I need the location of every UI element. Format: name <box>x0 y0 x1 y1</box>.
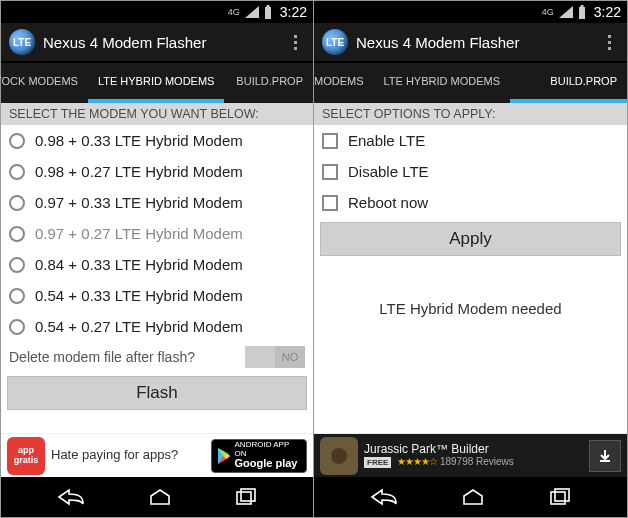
download-button[interactable] <box>589 440 621 472</box>
tab-build-prop[interactable]: BUILD.PROP <box>224 63 313 103</box>
modem-option[interactable]: 0.98 + 0.27 LTE Hybrid Modem <box>1 156 313 187</box>
radio-icon <box>9 319 25 335</box>
delete-after-flash-row: Delete modem file after flash? NO <box>1 342 313 372</box>
tab-stock-modems[interactable]: TOCK MODEMS <box>0 63 88 103</box>
modem-option[interactable]: 0.97 + 0.33 LTE Hybrid Modem <box>1 187 313 218</box>
star-rating-icon: ★★★★☆ <box>397 456 437 467</box>
tab-lte-hybrid-modems[interactable]: LTE HYBRID MODEMS <box>88 63 225 103</box>
ad-banner[interactable]: app gratis Hate paying for apps? ANDROID… <box>1 433 313 477</box>
delete-toggle[interactable]: NO <box>245 346 305 368</box>
radio-icon <box>9 226 25 242</box>
status-bar: 4G 3:22 <box>314 1 627 23</box>
checkbox-icon <box>322 133 338 149</box>
battery-icon <box>264 5 272 19</box>
apply-button[interactable]: Apply <box>320 222 621 256</box>
content-area: SELECT OPTIONS TO APPLY: Enable LTE Disa… <box>314 103 627 477</box>
recents-button[interactable] <box>235 488 257 506</box>
home-button[interactable] <box>148 488 172 506</box>
content-area: SELECT THE MODEM YOU WANT BELOW: 0.98 + … <box>1 103 313 477</box>
checkbox-icon <box>322 195 338 211</box>
google-play-badge[interactable]: ANDROID APP ONGoogle play <box>211 439 307 473</box>
free-badge: FREE <box>364 457 391 468</box>
clock: 3:22 <box>594 4 621 20</box>
modem-option[interactable]: 0.54 + 0.27 LTE Hybrid Modem <box>1 311 313 342</box>
section-header: SELECT THE MODEM YOU WANT BELOW: <box>1 103 313 125</box>
nav-bar <box>314 477 627 517</box>
phone-left: 4G 3:22 LTE Nexus 4 Modem Flasher TOCK M… <box>1 1 314 517</box>
svg-rect-14 <box>551 492 565 504</box>
delete-label: Delete modem file after flash? <box>9 349 195 365</box>
back-button[interactable] <box>370 488 398 506</box>
play-icon <box>217 448 231 464</box>
modem-label: 0.97 + 0.33 LTE Hybrid Modem <box>35 194 243 211</box>
toggle-value: NO <box>275 346 305 368</box>
svg-rect-2 <box>266 5 269 7</box>
status-bar: 4G 3:22 <box>1 1 313 23</box>
play-badge-text: ANDROID APP ONGoogle play <box>235 441 301 469</box>
ad-icon: app gratis <box>7 437 45 475</box>
modem-label: 0.98 + 0.27 LTE Hybrid Modem <box>35 163 243 180</box>
svg-point-13 <box>331 448 347 464</box>
nav-bar <box>1 477 313 517</box>
svg-rect-15 <box>555 489 569 501</box>
modem-option[interactable]: 0.98 + 0.33 LTE Hybrid Modem <box>1 125 313 156</box>
tab-bar: TOCK MODEMS LTE HYBRID MODEMS BUILD.PROP <box>1 63 313 103</box>
radio-icon <box>9 195 25 211</box>
signal-icon <box>559 6 573 18</box>
modem-label: 0.98 + 0.33 LTE Hybrid Modem <box>35 132 243 149</box>
option-reboot-now[interactable]: Reboot now <box>314 187 627 218</box>
download-icon <box>597 448 613 464</box>
svg-rect-1 <box>265 7 271 19</box>
app-icon: LTE <box>322 29 348 55</box>
radio-icon <box>9 288 25 304</box>
svg-rect-7 <box>237 492 251 504</box>
ad-text: Jurassic Park™ Builder FREE ★★★★☆ 189798… <box>364 443 583 469</box>
phone-right: 4G 3:22 LTE Nexus 4 Modem Flasher MODEMS… <box>314 1 627 517</box>
recents-button[interactable] <box>549 488 571 506</box>
app-icon: LTE <box>9 29 35 55</box>
signal-icon <box>245 6 259 18</box>
tab-lte-hybrid-modems[interactable]: LTE HYBRID MODEMS <box>374 63 511 103</box>
checkbox-icon <box>322 164 338 180</box>
ad-banner[interactable]: Jurassic Park™ Builder FREE ★★★★☆ 189798… <box>314 433 627 477</box>
radio-icon <box>9 257 25 273</box>
modem-label: 0.54 + 0.33 LTE Hybrid Modem <box>35 287 243 304</box>
svg-rect-8 <box>241 489 255 501</box>
svg-rect-10 <box>579 7 585 19</box>
overflow-menu-icon[interactable] <box>285 31 305 54</box>
option-disable-lte[interactable]: Disable LTE <box>314 156 627 187</box>
app-title: Nexus 4 Modem Flasher <box>356 34 599 51</box>
option-label: Enable LTE <box>348 132 425 149</box>
app-title: Nexus 4 Modem Flasher <box>43 34 285 51</box>
radio-icon <box>9 164 25 180</box>
ad-title: Jurassic Park™ Builder <box>364 443 583 457</box>
clock: 3:22 <box>280 4 307 20</box>
action-bar: LTE Nexus 4 Modem Flasher <box>1 23 313 63</box>
tab-modems[interactable]: MODEMS <box>304 63 374 103</box>
back-button[interactable] <box>57 488 85 506</box>
option-label: Reboot now <box>348 194 428 211</box>
svg-marker-0 <box>245 6 259 18</box>
network-label: 4G <box>228 7 240 17</box>
tab-bar: MODEMS LTE HYBRID MODEMS BUILD.PROP <box>314 63 627 103</box>
modem-option[interactable]: 0.97 + 0.27 LTE Hybrid Modem <box>1 218 313 249</box>
modem-label: 0.54 + 0.27 LTE Hybrid Modem <box>35 318 243 335</box>
review-count: 189798 Reviews <box>440 456 514 467</box>
modem-option[interactable]: 0.84 + 0.33 LTE Hybrid Modem <box>1 249 313 280</box>
flash-button[interactable]: Flash <box>7 376 307 410</box>
option-enable-lte[interactable]: Enable LTE <box>314 125 627 156</box>
modem-label: 0.97 + 0.27 LTE Hybrid Modem <box>35 225 243 242</box>
modem-label: 0.84 + 0.33 LTE Hybrid Modem <box>35 256 243 273</box>
battery-icon <box>578 5 586 19</box>
overflow-menu-icon[interactable] <box>599 31 619 54</box>
status-message: LTE Hybrid Modem needed <box>314 300 627 317</box>
radio-icon <box>9 133 25 149</box>
section-header: SELECT OPTIONS TO APPLY: <box>314 103 627 125</box>
home-button[interactable] <box>461 488 485 506</box>
svg-marker-9 <box>559 6 573 18</box>
option-label: Disable LTE <box>348 163 429 180</box>
modem-option[interactable]: 0.54 + 0.33 LTE Hybrid Modem <box>1 280 313 311</box>
network-label: 4G <box>542 7 554 17</box>
tab-build-prop[interactable]: BUILD.PROP <box>510 63 627 103</box>
options-list: Enable LTE Disable LTE Reboot now <box>314 125 627 218</box>
